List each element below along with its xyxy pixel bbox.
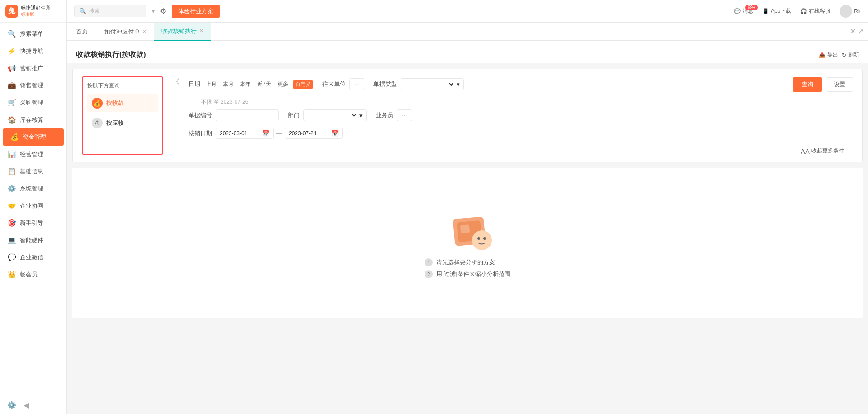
topbar: 🔍 搜索 ▾ ⚙ 体验行业方案 💬 消息 99+ 📱 App下载 🎧 在线客服 …	[67, 0, 868, 23]
expand-tab-icon[interactable]: ⤢	[858, 27, 863, 36]
inventory-icon: 🏠	[7, 116, 16, 124]
page-title: 收款核销执行(按收款)	[76, 50, 146, 60]
date-field: 日期 上月 本月 本年 近7天 更多 自定义	[189, 80, 313, 89]
app-icon: 📱	[762, 8, 769, 14]
topbar-chevron-icon[interactable]: ▾	[152, 8, 155, 14]
sidebar-item-sales[interactable]: 💼 销售管理	[0, 77, 66, 94]
topbar-gear-icon[interactable]: ⚙	[160, 7, 166, 15]
tab-home[interactable]: 首页	[67, 23, 97, 41]
dept-select-wrap: ▾	[303, 109, 367, 121]
sidebar-item-hardware[interactable]: 💻 智能硬件	[0, 232, 66, 249]
message-badge: 99+	[745, 5, 758, 10]
voucher-label: 单据编号	[189, 111, 212, 119]
filter-option-by-receipt[interactable]: 💰 按收款	[87, 94, 158, 112]
collapse-chevron-icon: ⋀⋀	[801, 148, 810, 154]
sidebar-item-tutorial[interactable]: 🎯 新手引导	[0, 214, 66, 232]
filter-option-by-receivable[interactable]: ⏱ 按应收	[87, 114, 158, 132]
export-icon: 📤	[819, 52, 826, 58]
export-button[interactable]: 📤 导出	[819, 51, 838, 59]
dept-select[interactable]	[307, 112, 358, 119]
refresh-button[interactable]: ↻ 刷新	[842, 51, 859, 59]
staff-select-button[interactable]: ···	[397, 109, 412, 121]
svg-point-3	[477, 237, 480, 240]
empty-tip-2: 2 用[过滤]条件来缩小分析范围	[425, 270, 510, 278]
message-button[interactable]: 💬 消息 99+	[734, 7, 753, 15]
filter-collapse-arrow[interactable]: 《	[172, 76, 179, 155]
page-header: 收款核销执行(按收款) 📤 导出 ↻ 刷新	[67, 41, 868, 63]
tab-prepay[interactable]: 预付冲应付单 ✕	[97, 23, 154, 41]
system-icon: ⚙️	[7, 185, 16, 193]
sidebar-bottom: ⚙️ ◀	[0, 396, 66, 414]
sidebar-item-system[interactable]: ⚙️ 系统管理	[0, 180, 66, 197]
doc-type-select[interactable]	[405, 81, 455, 88]
tabbar-actions: ✕ ⤢	[850, 27, 868, 36]
tab-receipt[interactable]: 收款核销执行 ✕	[154, 23, 211, 41]
verify-date-to-calendar-icon[interactable]: 📅	[331, 130, 339, 137]
sidebar-item-marketing[interactable]: 📢 营销推广	[0, 60, 66, 77]
collapse-sidebar-icon[interactable]: ◀	[24, 401, 29, 409]
svg-point-4	[483, 237, 486, 240]
partner-select-button[interactable]: ···	[349, 78, 365, 90]
tab-prepay-close-icon[interactable]: ✕	[142, 29, 146, 34]
sidebar-item-inventory[interactable]: 🏠 库存核算	[0, 111, 66, 128]
verify-date-from-wrap: 📅	[216, 128, 274, 139]
filter-row-2: 单据编号 部门 ▾ 业务员 ···	[189, 109, 853, 121]
empty-tip-1: 1 请先选择要分析的方案	[425, 258, 510, 266]
topbar-search[interactable]: 🔍 搜索	[74, 5, 146, 17]
voucher-input[interactable]	[216, 109, 279, 121]
sidebar-item-collab[interactable]: 🤝 企业协同	[0, 197, 66, 214]
sidebar-item-member[interactable]: 👑 畅会员	[0, 266, 66, 283]
sidebar-item-finance[interactable]: 💰 资金管理	[3, 128, 64, 146]
dept-field: 部门 ▾	[288, 109, 367, 121]
wechat-icon: 💬	[7, 253, 16, 262]
verify-date-to-input[interactable]	[289, 130, 330, 137]
date-shortcuts: 上月 本月 本年 近7天 更多 自定义	[204, 80, 313, 89]
filter-panel: 按以下方查询 💰 按收款 ⏱ 按应收 《 日期	[72, 69, 863, 162]
date-last-month[interactable]: 上月	[204, 80, 218, 89]
username: Rit	[854, 8, 861, 14]
industry-plan-button[interactable]: 体验行业方案	[172, 5, 220, 18]
sidebar-menu: 🔍 搜索菜单 ⚡ 快捷导航 📢 营销推广 💼 销售管理 🛒 采购管理 🏠 库存核…	[0, 23, 66, 396]
finance-icon: 💰	[10, 133, 19, 141]
logo-icon: 兔	[5, 5, 18, 18]
collapse-bar: ⋀⋀ 收起更多条件	[189, 143, 853, 155]
sidebar-item-search[interactable]: 🔍 搜索菜单	[0, 25, 66, 43]
app-download-button[interactable]: 📱 App下载	[762, 7, 791, 15]
date-this-year[interactable]: 本年	[238, 80, 253, 89]
collapse-more-button[interactable]: ⋀⋀ 收起更多条件	[801, 147, 844, 155]
close-tab-icon[interactable]: ✕	[850, 27, 856, 36]
verify-date-from-calendar-icon[interactable]: 📅	[262, 130, 269, 137]
purchase-icon: 🛒	[7, 99, 16, 107]
by-receivable-icon: ⏱	[92, 118, 103, 128]
sidebar-item-purchase[interactable]: 🛒 采购管理	[0, 94, 66, 111]
sidebar-item-quick-nav[interactable]: ⚡ 快捷导航	[0, 43, 66, 60]
tutorial-icon: 🎯	[7, 219, 16, 227]
tabbar: 首页 预付冲应付单 ✕ 收款核销执行 ✕ ✕ ⤢	[67, 23, 868, 41]
sidebar-item-basic-info[interactable]: 📋 基础信息	[0, 163, 66, 180]
settings-bottom-icon[interactable]: ⚙️	[7, 401, 16, 409]
date-more[interactable]: 更多	[276, 80, 290, 89]
verify-date-from-input[interactable]	[220, 130, 260, 137]
staff-label: 业务员	[376, 111, 393, 119]
avatar	[840, 5, 852, 18]
sidebar-item-management[interactable]: 📊 经营管理	[0, 146, 66, 163]
date-unlimited-label: 不限	[201, 99, 212, 105]
filter-panel-title: 按以下方查询	[87, 82, 158, 90]
query-button[interactable]: 查询	[793, 77, 822, 92]
settings-button[interactable]: 设置	[826, 77, 853, 92]
date-custom[interactable]: 自定义	[293, 80, 313, 89]
refresh-icon: ↻	[842, 52, 846, 58]
sidebar-item-wechat[interactable]: 💬 企业微信	[0, 249, 66, 266]
empty-illustration	[445, 204, 490, 249]
collab-icon: 🤝	[7, 202, 16, 210]
doc-type-field: 单据类型 ▾	[373, 78, 464, 90]
date-this-month[interactable]: 本月	[221, 80, 236, 89]
date-7days[interactable]: 近7天	[255, 80, 273, 89]
service-icon: 🎧	[800, 8, 807, 14]
user-avatar-area[interactable]: Rit	[840, 5, 861, 18]
search-icon: 🔍	[7, 30, 16, 38]
online-service-button[interactable]: 🎧 在线客服	[800, 7, 830, 15]
topbar-right: 💬 消息 99+ 📱 App下载 🎧 在线客服 Rit	[734, 5, 861, 18]
tab-receipt-close-icon[interactable]: ✕	[199, 28, 203, 34]
marketing-icon: 📢	[7, 64, 16, 72]
